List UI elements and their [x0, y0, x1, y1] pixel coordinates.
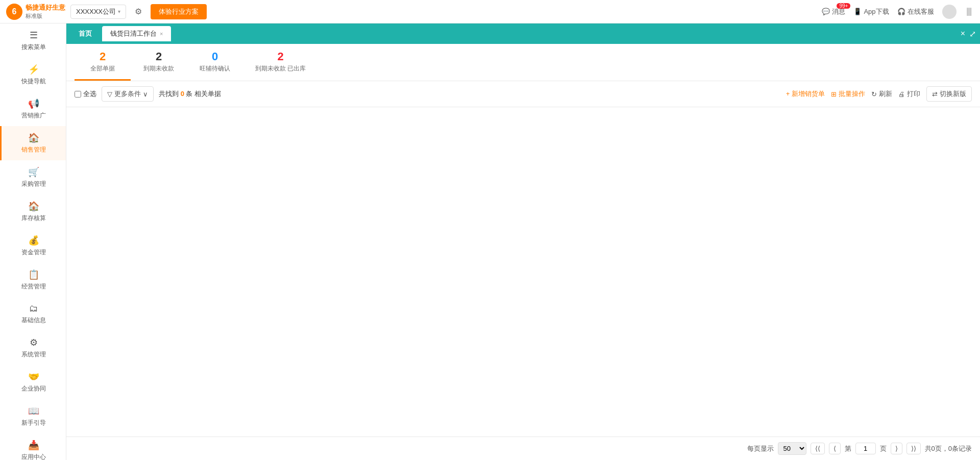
stat-label-overdue: 到期未收款 — [143, 64, 174, 73]
avatar[interactable] — [942, 5, 957, 19]
stat-num-shipped: 2 — [278, 50, 284, 63]
sidebar-item-inventory[interactable]: 🏠 库存核算 — [0, 195, 66, 229]
last-page-button[interactable]: ⟩⟩ — [906, 443, 921, 454]
online-service-label: 在线客服 — [908, 7, 934, 16]
stat-tab-all[interactable]: 2 全部单据 — [75, 44, 131, 81]
sidebar-label-search-menu: 搜索菜单 — [21, 43, 46, 52]
tab-workbench[interactable]: 钱货日清工作台 × — [102, 26, 171, 41]
marketing-icon: 📢 — [28, 98, 39, 109]
stat-tab-wangwang[interactable]: 0 旺辅待确认 — [187, 44, 243, 81]
stats-tabs: 2 全部单据 2 到期未收款 0 旺辅待确认 2 到期未收款 已出库 — [66, 44, 980, 81]
toolbar-right: + 新增销货单 ⊞ 批量操作 ↻ 刷新 🖨 打印 ⇄ — [784, 86, 972, 102]
sidebar-item-sales[interactable]: 🏠 销售管理 — [0, 126, 66, 160]
sidebar-item-operations[interactable]: 📋 经营管理 — [0, 263, 66, 297]
user-name[interactable]: ▐▌ — [965, 8, 974, 15]
stat-label-shipped: 到期未收款 已出库 — [255, 64, 306, 73]
sales-icon: 🏠 — [28, 132, 39, 143]
switch-icon: ⇄ — [932, 90, 938, 98]
app-download-icon: 📱 — [853, 8, 862, 15]
sidebar-label-marketing: 营销推广 — [21, 111, 46, 120]
tab-close-icon[interactable]: × — [160, 31, 163, 37]
pagination: 每页显示 50 100 200 ⟨⟨ ⟨ 第 页 ⟩ ⟩⟩ 共0页，0条记录 — [66, 437, 980, 460]
switch-label: 切换新版 — [940, 89, 966, 99]
basic-info-icon: 🗂 — [29, 303, 38, 314]
found-prefix: 共找到 — [159, 90, 179, 98]
app-download-button[interactable]: 📱 App下载 — [853, 7, 889, 16]
purchase-icon: 🛒 — [28, 166, 39, 178]
tab-minimize-button[interactable]: × — [961, 29, 965, 39]
work-area: 2 全部单据 2 到期未收款 0 旺辅待确认 2 到期未收款 已出库 — [66, 44, 980, 460]
tab-controls: × ⤢ — [961, 29, 976, 39]
headset-icon: 🎧 — [897, 8, 905, 15]
stat-tab-overdue[interactable]: 2 到期未收款 — [131, 44, 187, 81]
company-selector[interactable]: XXXXXX公司 ▾ — [70, 5, 126, 19]
stat-num-overdue: 2 — [156, 50, 162, 63]
sidebar-item-app-center[interactable]: 📥 应用中心 — [0, 433, 66, 460]
new-btn-label: + 新增销货单 — [786, 89, 825, 99]
guide-icon: 📖 — [28, 405, 39, 417]
filter-chevron-icon: ∨ — [143, 90, 148, 98]
logo-line2: 标准版 — [26, 12, 65, 19]
quick-nav-icon: ⚡ — [28, 64, 39, 75]
related-label: 相关单据 — [194, 90, 221, 98]
sidebar-item-basic-info[interactable]: 🗂 基础信息 — [0, 297, 66, 331]
sidebar-item-search-menu[interactable]: ☰ 搜索菜单 — [0, 23, 66, 58]
tab-bar: 首页 钱货日清工作台 × × ⤢ — [66, 23, 980, 44]
switch-version-button[interactable]: ⇄ 切换新版 — [926, 86, 972, 102]
system-icon: ⚙ — [30, 337, 38, 348]
top-bar-left: 6 畅捷通好生意 标准版 XXXXXX公司 ▾ ⚙ 体验行业方案 — [6, 4, 207, 20]
next-page-button[interactable]: ⟩ — [891, 443, 902, 454]
sidebar-label-quick-nav: 快捷导航 — [21, 77, 46, 86]
finance-icon: 💰 — [28, 235, 39, 246]
inventory-icon: 🏠 — [28, 201, 39, 212]
enterprise-icon: 🤝 — [28, 371, 39, 382]
online-service-button[interactable]: 🎧 在线客服 — [897, 7, 934, 16]
first-page-button[interactable]: ⟨⟨ — [811, 443, 825, 454]
found-unit: 条 — [186, 90, 192, 98]
operations-icon: 📋 — [28, 269, 39, 280]
message-icon: 💬 — [822, 8, 830, 15]
chevron-down-icon: ▾ — [118, 9, 120, 14]
search-menu-icon: ☰ — [30, 30, 38, 41]
per-page-label: 每页显示 — [747, 444, 774, 453]
select-all-checkbox[interactable]: 全选 — [75, 89, 96, 99]
total-label: 共0页，0条记录 — [925, 444, 972, 453]
stat-label-all: 全部单据 — [90, 64, 115, 73]
stat-num-wangwang: 0 — [212, 50, 218, 63]
page-input[interactable] — [855, 443, 876, 454]
sidebar-item-enterprise[interactable]: 🤝 企业协同 — [0, 365, 66, 399]
settings-button[interactable]: ⚙ — [131, 5, 145, 19]
company-name: XXXXXX公司 — [76, 7, 116, 16]
print-icon: 🖨 — [898, 90, 905, 98]
stat-label-wangwang: 旺辅待确认 — [200, 64, 230, 73]
sidebar-label-enterprise: 企业协同 — [21, 384, 46, 393]
print-button[interactable]: 🖨 打印 — [898, 89, 920, 99]
refresh-button[interactable]: ↻ 刷新 — [871, 89, 892, 99]
select-all-input[interactable] — [75, 91, 81, 98]
main-layout: ☰ 搜索菜单 ⚡ 快捷导航 📢 营销推广 🏠 销售管理 🛒 采购管理 🏠 库存核… — [0, 23, 980, 460]
prev-page-button[interactable]: ⟨ — [829, 443, 841, 454]
logo-icon: 6 — [6, 4, 22, 20]
sidebar-item-purchase[interactable]: 🛒 采购管理 — [0, 160, 66, 195]
page-label: 第 — [845, 444, 851, 453]
sidebar-item-marketing[interactable]: 📢 营销推广 — [0, 92, 66, 126]
sidebar-item-finance[interactable]: 💰 资金管理 — [0, 229, 66, 263]
stat-num-all: 2 — [100, 50, 106, 63]
page-suffix: 页 — [880, 444, 887, 453]
stat-tab-shipped[interactable]: 2 到期未收款 已出库 — [243, 44, 318, 81]
top-bar-right: 💬 消息 99+ 📱 App下载 🎧 在线客服 ▐▌ — [822, 5, 974, 19]
logo-line1: 畅捷通好生意 — [26, 4, 65, 12]
sidebar-item-guide[interactable]: 📖 新手引导 — [0, 399, 66, 433]
tab-maximize-button[interactable]: ⤢ — [969, 29, 976, 39]
tab-home[interactable]: 首页 — [70, 26, 100, 41]
sidebar-item-quick-nav[interactable]: ⚡ 快捷导航 — [0, 58, 66, 92]
per-page-select[interactable]: 50 100 200 — [778, 442, 806, 455]
new-sales-order-button[interactable]: + 新增销货单 — [784, 89, 825, 99]
trial-button[interactable]: 体验行业方案 — [151, 4, 207, 19]
message-badge: 99+ — [837, 3, 850, 9]
filter-button[interactable]: ▽ 更多条件 ∨ — [102, 86, 154, 102]
sidebar-item-system[interactable]: ⚙ 系统管理 — [0, 331, 66, 365]
sidebar-label-purchase: 采购管理 — [21, 180, 46, 188]
message-button[interactable]: 💬 消息 99+ — [822, 7, 845, 16]
batch-operation-button[interactable]: ⊞ 批量操作 — [831, 89, 865, 99]
